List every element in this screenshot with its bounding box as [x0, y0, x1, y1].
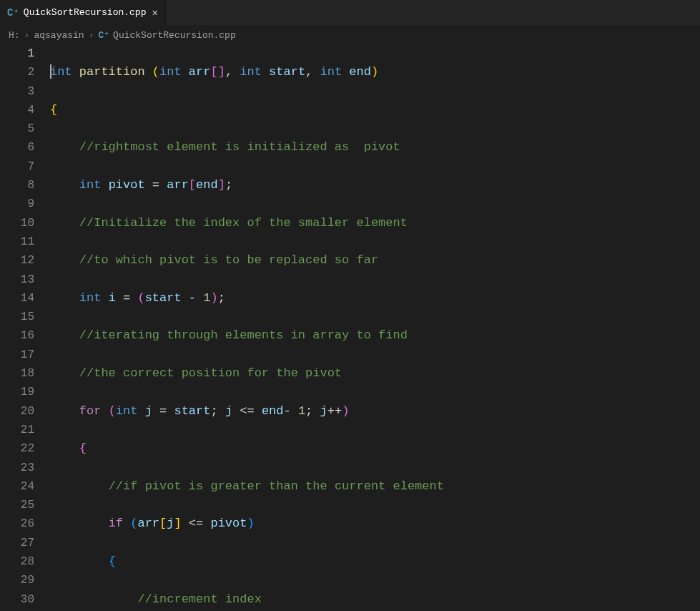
editor[interactable]: 1 2 3 4 5 6 7 8 9 10 11 12 13 14 15 16 1… — [0, 44, 700, 611]
line-number: 7 — [0, 157, 34, 176]
breadcrumb-folder: aqsayasin — [34, 30, 84, 41]
line-number: 20 — [0, 402, 34, 421]
code-line: //iterating through elements in array to… — [50, 326, 700, 345]
line-number: 2 — [0, 63, 34, 82]
close-icon[interactable]: ✕ — [150, 5, 159, 20]
line-number: 17 — [0, 346, 34, 364]
line-number: 6 — [0, 138, 34, 157]
line-number: 29 — [0, 571, 34, 590]
breadcrumb-drive: H: — [9, 30, 20, 41]
code-line: { — [50, 439, 700, 458]
code-line: int i = (start - 1); — [50, 289, 700, 308]
line-number: 21 — [0, 421, 34, 439]
line-number: 24 — [0, 477, 34, 496]
code-line: int pivot = arr[end]; — [50, 176, 700, 195]
line-number: 13 — [0, 270, 34, 289]
line-number: 15 — [0, 308, 34, 326]
code-line: for (int j = start; j <= end- 1; j++) — [50, 402, 700, 421]
breadcrumb[interactable]: H: › aqsayasin › C⁺ QuickSortRecursion.c… — [0, 26, 700, 44]
cpp-file-icon: C⁺ — [98, 29, 109, 41]
code-line: { — [50, 552, 700, 571]
line-number-gutter: 1 2 3 4 5 6 7 8 9 10 11 12 13 14 15 16 1… — [0, 44, 50, 611]
code-line: //Initialize the index of the smaller el… — [50, 214, 700, 233]
line-number: 16 — [0, 326, 34, 345]
code-line: //the correct position for the pivot — [50, 364, 700, 383]
line-number: 5 — [0, 119, 34, 138]
line-number: 10 — [0, 214, 34, 233]
code-line: //if pivot is greater than the current e… — [50, 477, 700, 496]
line-number: 4 — [0, 101, 34, 119]
line-number: 11 — [0, 233, 34, 251]
line-number: 22 — [0, 439, 34, 458]
line-number: 25 — [0, 496, 34, 514]
line-number: 19 — [0, 383, 34, 401]
chevron-right-icon: › — [24, 30, 30, 41]
breadcrumb-file: QuickSortRecursion.cpp — [113, 30, 236, 41]
code-line: { — [50, 101, 700, 119]
line-number: 18 — [0, 364, 34, 383]
line-number: 9 — [0, 195, 34, 213]
code-content[interactable]: int partition (int arr[], int start, int… — [50, 44, 700, 611]
line-number: 8 — [0, 176, 34, 195]
line-number: 28 — [0, 552, 34, 571]
code-line: if (arr[j] <= pivot) — [50, 514, 700, 533]
cpp-file-icon: C⁺ — [7, 6, 19, 19]
code-line: //rightmost element is initialized as pi… — [50, 138, 700, 157]
line-number: 23 — [0, 459, 34, 477]
file-tab[interactable]: C⁺ QuickSortRecursion.cpp ✕ — [0, 0, 167, 25]
line-number: 30 — [0, 590, 34, 609]
code-line: //to which pivot is to be replaced so fa… — [50, 251, 700, 270]
code-line: //increment index — [50, 590, 700, 609]
code-line: int partition (int arr[], int start, int… — [50, 63, 700, 82]
line-number: 14 — [0, 289, 34, 308]
line-number: 27 — [0, 534, 34, 552]
line-number: 26 — [0, 514, 34, 533]
chevron-right-icon: › — [89, 30, 94, 41]
tab-filename: QuickSortRecursion.cpp — [24, 7, 147, 18]
line-number: 3 — [0, 82, 34, 101]
tab-bar: C⁺ QuickSortRecursion.cpp ✕ — [0, 0, 700, 26]
line-number: 1 — [0, 44, 34, 63]
line-number: 12 — [0, 251, 34, 270]
